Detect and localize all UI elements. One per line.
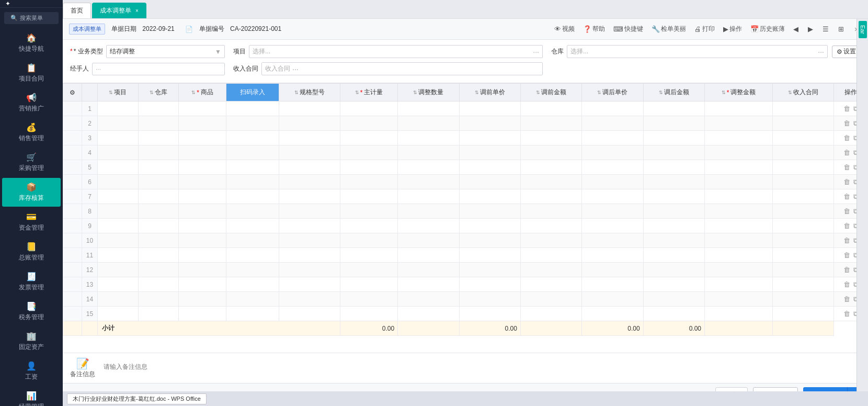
income-contract-dots-icon[interactable]: ···: [292, 65, 299, 73]
row-data-cell[interactable]: [179, 102, 226, 116]
row-delete-btn[interactable]: 🗑: [843, 133, 851, 142]
row-data-cell[interactable]: [643, 219, 704, 233]
row-data-cell[interactable]: [138, 131, 179, 145]
row-data-cell[interactable]: [520, 263, 581, 277]
row-data-cell[interactable]: [226, 175, 279, 189]
row-delete-btn[interactable]: 🗑: [843, 309, 851, 318]
row-delete-btn[interactable]: 🗑: [843, 265, 851, 274]
row-data-cell[interactable]: [98, 131, 139, 145]
row-data-cell[interactable]: [179, 116, 226, 131]
table-row[interactable]: 4 🗑 ⧉: [63, 145, 868, 160]
row-data-cell[interactable]: [179, 248, 226, 263]
row-data-cell[interactable]: [582, 131, 643, 145]
row-data-cell[interactable]: [398, 116, 459, 131]
row-data-cell[interactable]: [138, 102, 179, 116]
sidebar-item-inventory[interactable]: 📦 库存核算: [2, 178, 61, 207]
row-data-cell[interactable]: [340, 204, 397, 219]
row-data-cell[interactable]: [340, 219, 397, 233]
row-data-cell[interactable]: [398, 175, 459, 189]
table-row[interactable]: 15 🗑 ⧉: [63, 307, 868, 321]
row-delete-btn[interactable]: 🗑: [843, 236, 851, 245]
row-data-cell[interactable]: [643, 116, 704, 131]
row-data-cell[interactable]: [773, 277, 834, 292]
row-data-cell[interactable]: [582, 219, 643, 233]
row-delete-btn[interactable]: 🗑: [843, 163, 851, 172]
row-data-cell[interactable]: [138, 160, 179, 175]
row-data-cell[interactable]: [226, 131, 279, 145]
row-delete-btn[interactable]: 🗑: [843, 251, 851, 260]
row-data-cell[interactable]: [773, 160, 834, 175]
row-data-cell[interactable]: [340, 145, 397, 160]
warehouse-input[interactable]: 选择... ···: [567, 45, 828, 58]
row-data-cell[interactable]: [459, 307, 520, 321]
row-data-cell[interactable]: [138, 175, 179, 189]
row-data-cell[interactable]: [643, 204, 704, 219]
row-data-cell[interactable]: [340, 248, 397, 263]
row-data-cell[interactable]: [226, 145, 279, 160]
row-data-cell[interactable]: [520, 102, 581, 116]
row-data-cell[interactable]: [643, 263, 704, 277]
row-data-cell[interactable]: [459, 131, 520, 145]
row-data-cell[interactable]: [98, 189, 139, 204]
row-data-cell[interactable]: [179, 131, 226, 145]
table-row[interactable]: 13 🗑 ⧉: [63, 277, 868, 292]
row-delete-btn[interactable]: 🗑: [843, 280, 851, 289]
row-data-cell[interactable]: [98, 204, 139, 219]
row-data-cell[interactable]: [705, 204, 773, 219]
row-data-cell[interactable]: [459, 277, 520, 292]
sidebar-item-operations[interactable]: 📊 经营管理: [2, 387, 61, 406]
row-data-cell[interactable]: [459, 160, 520, 175]
row-data-cell[interactable]: [279, 277, 340, 292]
row-data-cell[interactable]: [459, 102, 520, 116]
row-data-cell[interactable]: [582, 204, 643, 219]
row-data-cell[interactable]: [773, 175, 834, 189]
row-data-cell[interactable]: [459, 116, 520, 131]
handler-input[interactable]: ···: [92, 63, 225, 75]
row-data-cell[interactable]: [398, 204, 459, 219]
history-btn[interactable]: 📅 历史账薄: [748, 24, 787, 35]
tab-home[interactable]: 首页: [63, 3, 91, 18]
taskbar-item-wps[interactable]: 木门行业好业财处理方案-葛红红.doc - WPS Office: [67, 393, 207, 404]
row-data-cell[interactable]: [398, 233, 459, 248]
row-data-cell[interactable]: [226, 277, 279, 292]
row-data-cell[interactable]: [705, 102, 773, 116]
row-data-cell[interactable]: [279, 248, 340, 263]
row-data-cell[interactable]: [643, 189, 704, 204]
row-data-cell[interactable]: [340, 189, 397, 204]
row-data-cell[interactable]: [398, 189, 459, 204]
row-data-cell[interactable]: [279, 292, 340, 307]
row-data-cell[interactable]: [582, 160, 643, 175]
row-data-cell[interactable]: [398, 292, 459, 307]
row-data-cell[interactable]: [398, 131, 459, 145]
row-data-cell[interactable]: [459, 175, 520, 189]
row-data-cell[interactable]: [226, 204, 279, 219]
row-data-cell[interactable]: [459, 204, 520, 219]
row-data-cell[interactable]: [705, 189, 773, 204]
sidebar-item-quick-nav[interactable]: 🏠 快捷导航: [2, 29, 61, 58]
sidebar-item-purchase[interactable]: 🛒 采购管理: [2, 148, 61, 177]
row-data-cell[interactable]: [138, 219, 179, 233]
row-data-cell[interactable]: [179, 175, 226, 189]
right-sidebar-ear-btn[interactable]: Ear: [859, 21, 867, 38]
row-data-cell[interactable]: [459, 219, 520, 233]
row-data-cell[interactable]: [773, 131, 834, 145]
row-data-cell[interactable]: [459, 189, 520, 204]
sidebar-item-finance[interactable]: 💳 资金管理: [2, 208, 61, 236]
row-data-cell[interactable]: [340, 102, 397, 116]
row-data-cell[interactable]: [226, 189, 279, 204]
row-data-cell[interactable]: [705, 263, 773, 277]
row-data-cell[interactable]: [279, 307, 340, 321]
row-data-cell[interactable]: [520, 160, 581, 175]
row-data-cell[interactable]: [643, 233, 704, 248]
row-data-cell[interactable]: [179, 307, 226, 321]
row-data-cell[interactable]: [705, 292, 773, 307]
row-data-cell[interactable]: [226, 307, 279, 321]
row-data-cell[interactable]: [582, 292, 643, 307]
row-data-cell[interactable]: [138, 204, 179, 219]
row-data-cell[interactable]: [340, 175, 397, 189]
table-row[interactable]: 9 🗑 ⧉: [63, 219, 868, 233]
row-data-cell[interactable]: [226, 219, 279, 233]
row-data-cell[interactable]: [459, 233, 520, 248]
list-view-btn[interactable]: ☰: [820, 24, 832, 34]
row-data-cell[interactable]: [340, 160, 397, 175]
